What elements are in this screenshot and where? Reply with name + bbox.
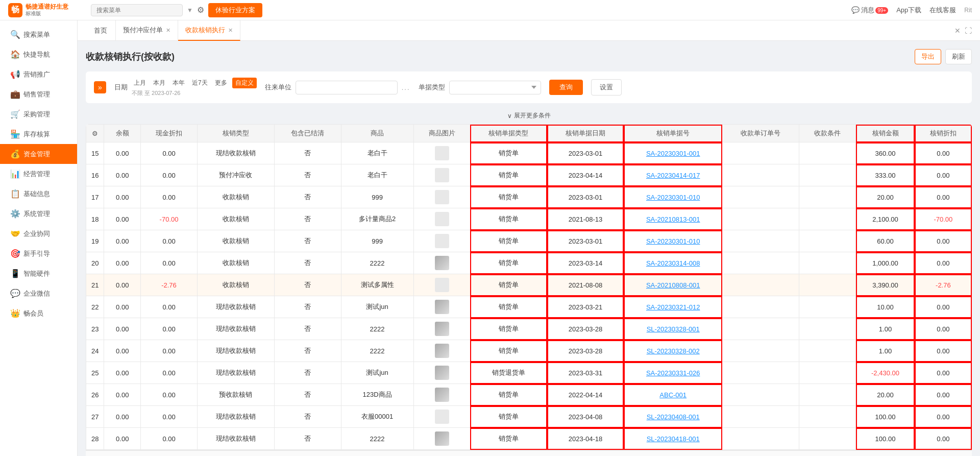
- cell-verify-type: 现结收款核销: [198, 362, 275, 384]
- cell-verify-bill-date: 2022-04-14: [547, 384, 624, 406]
- col-product: 商品: [341, 125, 413, 142]
- cell-receipt-order-no: [722, 186, 799, 208]
- sidebar-item-base[interactable]: 📋基础信息: [0, 184, 77, 204]
- expand-more-conditions[interactable]: ∨ 展开更多条件: [86, 109, 972, 124]
- cell-product-image: [413, 296, 470, 318]
- cell-verify-bill-type: 销货单: [470, 186, 547, 208]
- cell-balance: 0.00: [104, 362, 141, 384]
- product-image: [435, 146, 449, 160]
- cell-verify-type: 收款核销: [198, 208, 275, 230]
- date-btn-last-month[interactable]: 上月: [132, 78, 148, 88]
- message-icon[interactable]: 💬 消息99+: [851, 6, 889, 15]
- query-button[interactable]: 查询: [549, 80, 583, 95]
- cell-verify-bill-no[interactable]: SL-20230328-002: [624, 340, 722, 362]
- online-service-link[interactable]: 在线客服: [929, 6, 956, 15]
- cell-cash-discount: 0.00: [140, 340, 197, 362]
- sidebar-item-marketing[interactable]: 📢营销推广: [0, 64, 77, 84]
- col-settings[interactable]: ⚙: [86, 125, 104, 142]
- cell-verify-bill-no[interactable]: SL-20230408-001: [624, 406, 722, 428]
- cell-receipt-order-no: [722, 142, 799, 164]
- cell-cash-discount: 0.00: [140, 406, 197, 428]
- cell-product: 老白干: [341, 142, 413, 164]
- cell-verify-bill-date: 2023-04-14: [547, 164, 624, 186]
- cell-verify-bill-no[interactable]: SA-20230301-010: [624, 186, 722, 208]
- logo-icon: 畅: [8, 3, 22, 17]
- date-label: 日期: [114, 83, 128, 92]
- tab-home[interactable]: 首页: [86, 20, 116, 41]
- cell-no: 18: [86, 208, 104, 230]
- cell-verify-bill-no[interactable]: SA-20210813-001: [624, 208, 722, 230]
- cell-verify-discount: 0.00: [915, 428, 971, 450]
- sidebar-item-wechat[interactable]: 💬企业微信: [0, 283, 77, 303]
- search-input[interactable]: [91, 4, 183, 16]
- filter-expand-button[interactable]: »: [94, 81, 106, 93]
- cell-verify-discount: 0.00: [915, 406, 971, 428]
- tab-close-collection[interactable]: ✕: [228, 20, 233, 40]
- cell-no: 17: [86, 186, 104, 208]
- tab-prepay[interactable]: 预付冲应付单 ✕: [116, 20, 178, 41]
- tab-expand-icon[interactable]: ⛶: [965, 27, 972, 35]
- cell-include-settled: 否: [274, 428, 341, 450]
- cart-icon: 🛒: [10, 109, 19, 119]
- sidebar-item-vip[interactable]: 👑畅会员: [0, 303, 77, 323]
- sidebar-item-system[interactable]: ⚙️系统管理: [0, 204, 77, 224]
- cell-no: 15: [86, 142, 104, 164]
- cell-receipt-order-no: [722, 318, 799, 340]
- cell-verify-bill-no[interactable]: SL-20230418-001: [624, 428, 722, 450]
- receipt-type-select[interactable]: [449, 81, 541, 94]
- date-btn-this-month[interactable]: 本月: [151, 78, 167, 88]
- cell-verify-bill-no[interactable]: SA-20230414-017: [624, 164, 722, 186]
- settings-button[interactable]: 设置: [591, 79, 622, 95]
- table-row: 18 0.00 -70.00 收款核销 否 多计量商品2 销货单 2021-08…: [86, 208, 972, 230]
- cell-product-image: [413, 406, 470, 428]
- product-image: [435, 212, 449, 226]
- refresh-button[interactable]: 刷新: [945, 49, 972, 64]
- sidebar-item-purchase[interactable]: 🛒采购管理: [0, 104, 77, 124]
- sidebar-item-quick[interactable]: 🏠快捷导航: [0, 44, 77, 64]
- cell-product-image: [413, 318, 470, 340]
- gear-icon[interactable]: ⚙: [197, 5, 204, 15]
- from-unit-input[interactable]: [296, 81, 398, 94]
- tab-close-all-icon[interactable]: ✕: [954, 27, 961, 35]
- export-button[interactable]: 导出: [915, 49, 941, 64]
- sidebar-item-search[interactable]: 🔍搜索菜单: [0, 25, 77, 44]
- sidebar-item-sales[interactable]: 💼销售管理: [0, 84, 77, 104]
- chevron-down-icon: ∨: [507, 112, 512, 119]
- tab-close-prepay[interactable]: ✕: [166, 20, 170, 40]
- sidebar-item-corp[interactable]: 🤝企业协同: [0, 224, 77, 244]
- cell-balance: 0.00: [104, 384, 141, 406]
- industry-button[interactable]: 休验行业方案: [208, 3, 262, 17]
- search-icon: 🔍: [10, 30, 19, 39]
- cell-receipt-condition: [799, 340, 856, 362]
- app-download-link[interactable]: App下载: [896, 6, 921, 15]
- tab-collection[interactable]: 收款核销执行 ✕: [178, 20, 240, 41]
- cell-verify-bill-no[interactable]: SA-20230331-026: [624, 362, 722, 384]
- main-area: 首页 预付冲应付单 ✕ 收款核销执行 ✕ ✕ ⛶ 收款核销执行(按收款) 导出 …: [78, 20, 980, 456]
- cell-receipt-order-no: [722, 362, 799, 384]
- sidebar-item-finance[interactable]: 💰资金管理: [0, 144, 77, 164]
- sidebar-item-inventory[interactable]: 🏪库存核算: [0, 124, 77, 144]
- cell-receipt-order-no: [722, 428, 799, 450]
- date-btn-this-year[interactable]: 本年: [170, 78, 187, 88]
- date-btn-more[interactable]: 更多: [213, 78, 229, 88]
- date-btn-custom[interactable]: 自定义: [232, 78, 257, 88]
- date-btn-7days[interactable]: 近7天: [190, 78, 210, 88]
- cell-verify-bill-no[interactable]: SL-20230328-001: [624, 318, 722, 340]
- sidebar-item-ops[interactable]: 📊经营管理: [0, 164, 77, 184]
- sidebar-item-hardware[interactable]: 📱智能硬件: [0, 263, 77, 283]
- cell-no: 21: [86, 274, 104, 296]
- cell-verify-bill-no[interactable]: SA-20230301-001: [624, 142, 722, 164]
- cell-verify-bill-no[interactable]: SA-20230321-012: [624, 296, 722, 318]
- cell-receipt-condition: [799, 142, 856, 164]
- cell-verify-amount: 3,390.00: [856, 274, 915, 296]
- cell-include-settled: 否: [274, 230, 341, 252]
- sidebar-item-guide[interactable]: 🎯新手引导: [0, 244, 77, 263]
- col-product-image: 商品图片: [413, 125, 470, 142]
- cell-verify-bill-no[interactable]: SA-20230301-010: [624, 230, 722, 252]
- cell-verify-bill-no[interactable]: SA-20230314-008: [624, 252, 722, 274]
- cell-verify-bill-no[interactable]: SA-20210808-001: [624, 274, 722, 296]
- cell-verify-bill-no[interactable]: ABC-001: [624, 384, 722, 406]
- from-unit-label: 往来单位: [265, 83, 291, 92]
- table-row: 28 0.00 0.00 现结收款核销 否 2222 销货单 2023-04-1…: [86, 428, 972, 450]
- cell-product-image: [413, 274, 470, 296]
